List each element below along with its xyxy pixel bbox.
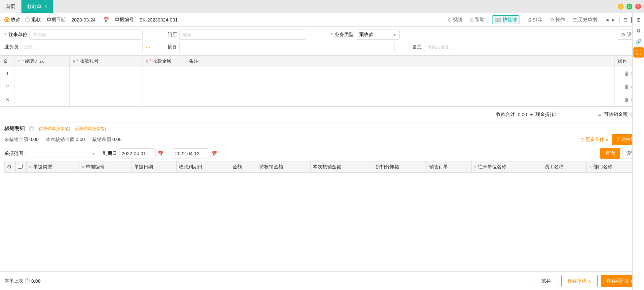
shortcut-action[interactable]: ⌨ 快捷键 (492, 15, 519, 24)
row2-account[interactable] (70, 80, 142, 93)
number-value: SK-20230324-001 (140, 17, 178, 23)
radio-receipt[interactable]: 收款 (4, 16, 20, 23)
sidebar-expand-btn[interactable]: ⛶ (633, 47, 644, 58)
divider2 (488, 17, 488, 23)
th-gear: ⚙ (0, 56, 15, 67)
done-tag[interactable]: 已核销单据(0笔) (75, 126, 106, 132)
calendar-icon[interactable]: 📅 (103, 17, 109, 23)
table-gear-icon[interactable]: ⚙ (3, 58, 8, 64)
counterpart-input[interactable]: 请选择... (30, 30, 143, 40)
remark-field: 备注 请输入备注 (412, 42, 640, 52)
business-type-select[interactable]: 预收款 ▼ (356, 30, 400, 40)
counterpart-required: * (4, 32, 6, 38)
receipt-type-group: 收款 退款 (4, 16, 41, 23)
store-input[interactable]: 选择... (179, 30, 306, 40)
history-action[interactable]: ☰ 历史单据 (573, 16, 597, 23)
save-draft-button[interactable]: 保存草稿 ∧ (561, 275, 598, 287)
verify-table-gear[interactable]: ⚙ (7, 164, 12, 170)
th-amount: ⇅ * 收款金额 (142, 56, 186, 67)
row1-settlement[interactable] (15, 67, 70, 80)
business-type-value: 预收款 (359, 31, 373, 38)
divider3 (523, 17, 523, 23)
discount-input[interactable] (559, 110, 595, 119)
window-controls: − □ × (618, 4, 644, 9)
row1-delete-btn[interactable]: 🗑 (624, 71, 629, 77)
vth-gear: ⚙ (5, 161, 16, 173)
salesperson-input[interactable]: 选择... (21, 42, 143, 52)
chevron-up-icon: ∧ (605, 137, 609, 142)
vth-counterpart: ⇅ 往来单位名称 (471, 161, 542, 173)
table-row: 2 🗑 ⧉ (0, 80, 644, 93)
select-all-checkbox[interactable] (18, 164, 23, 169)
row1-account[interactable] (70, 67, 142, 80)
video-icon: ⊙ (448, 17, 452, 23)
sidebar-attach-btn[interactable]: 🔗 (633, 36, 644, 47)
range-caret: ▼ (91, 152, 95, 156)
sidebar-copy-btn[interactable]: ⧉ (633, 26, 644, 36)
row2-settlement[interactable] (15, 80, 70, 93)
row3-no: 3 (0, 93, 15, 106)
row2-remark[interactable] (186, 80, 615, 93)
salesperson-more-btn[interactable]: ··· (146, 44, 150, 50)
radio-receipt-label: 收款 (11, 16, 20, 23)
table-section: ⚙ ⇅ * 结算方式 ⇅ * 收款账号 ⇅ * 收款 (0, 55, 644, 122)
minimize-button[interactable]: − (618, 4, 624, 9)
counterpart-placeholder: 请选择... (33, 32, 50, 38)
divider4 (546, 17, 546, 23)
verify-info-icon[interactable]: ? (29, 126, 34, 131)
abandon-button[interactable]: 放弃 (534, 275, 558, 287)
video-action[interactable]: ⊙ 视频 (448, 16, 462, 23)
row2-amount[interactable] (142, 80, 186, 93)
tab-home[interactable]: 首页 (0, 0, 21, 13)
row3-settlement[interactable] (15, 93, 70, 106)
row2-no: 2 (0, 80, 15, 93)
print-action[interactable]: 🖨 打印 (527, 16, 542, 23)
counterpart-more-btn[interactable]: ··· (146, 32, 150, 38)
date-from-input[interactable] (119, 148, 156, 158)
row3-amount[interactable] (142, 93, 186, 106)
next-arrow[interactable]: ► (611, 17, 616, 23)
list-view-icon[interactable]: ☰ (623, 17, 628, 23)
row3-remark[interactable] (186, 93, 615, 106)
vth-checkbox (16, 161, 27, 173)
operation-action[interactable]: ⚙ 操作 (550, 16, 565, 23)
sidebar-table-btn[interactable]: ⊞ (633, 15, 644, 25)
help-action[interactable]: ⊙ 帮助 (470, 16, 484, 23)
vth-type: ⇅ 单据类型 (27, 161, 79, 173)
query-button[interactable]: 查询 (600, 148, 620, 159)
radio-refund[interactable]: 退款 (25, 16, 41, 23)
salesperson-placeholder: 选择... (24, 44, 36, 50)
vth-amount: 金额 (230, 161, 257, 173)
prev-arrow[interactable]: ◄ (605, 17, 609, 23)
row2-delete-btn[interactable]: 🗑 (624, 84, 629, 90)
store-field: 门店 选择... ··· (168, 30, 313, 40)
date-calendar-from[interactable]: 📅 (158, 151, 164, 156)
current-stat: 本次核销金额 0.00 (46, 136, 85, 143)
pending-tag[interactable]: 待核销单据(0笔) (39, 126, 70, 132)
store-more-btn[interactable]: ··· (309, 32, 313, 38)
row3-account[interactable] (70, 93, 142, 106)
filter-right: ▽ 更多条件 ∧ 自动核销 (581, 134, 640, 145)
remark-placeholder: 请输入备注 (427, 44, 449, 50)
date-to-input[interactable] (173, 148, 209, 158)
tab-close-icon[interactable]: × (44, 4, 47, 9)
vth-number: ⇅ 单据编号 (79, 161, 132, 173)
more-filters-btn[interactable]: ▽ 更多条件 ∧ (581, 136, 609, 143)
maximize-button[interactable]: □ (627, 4, 632, 9)
row1-remark[interactable] (186, 67, 615, 80)
remark-input[interactable]: 请输入备注 (424, 42, 640, 52)
close-button[interactable]: × (635, 4, 641, 9)
nav-arrows: ◄ ► (605, 17, 616, 23)
total-value: 0.00 (518, 112, 527, 117)
date-calendar-to[interactable]: 📅 (211, 151, 217, 156)
main-wrapper: 收款 退款 单据日期 2023-03-24 📅 单据编号 SK-20230324… (0, 13, 644, 290)
row3-delete-btn[interactable]: 🗑 (624, 97, 629, 103)
summary-field: 摘要 (168, 42, 395, 52)
carry-over-info-icon[interactable]: ? (25, 278, 30, 283)
summary-input[interactable] (179, 42, 395, 52)
tab-active-label: 收款单 (27, 3, 42, 10)
row1-amount[interactable] (142, 67, 186, 80)
range-dropdown[interactable]: ▼ (25, 150, 98, 157)
tab-active[interactable]: 收款单 × (21, 0, 53, 13)
divider7 (619, 17, 620, 23)
